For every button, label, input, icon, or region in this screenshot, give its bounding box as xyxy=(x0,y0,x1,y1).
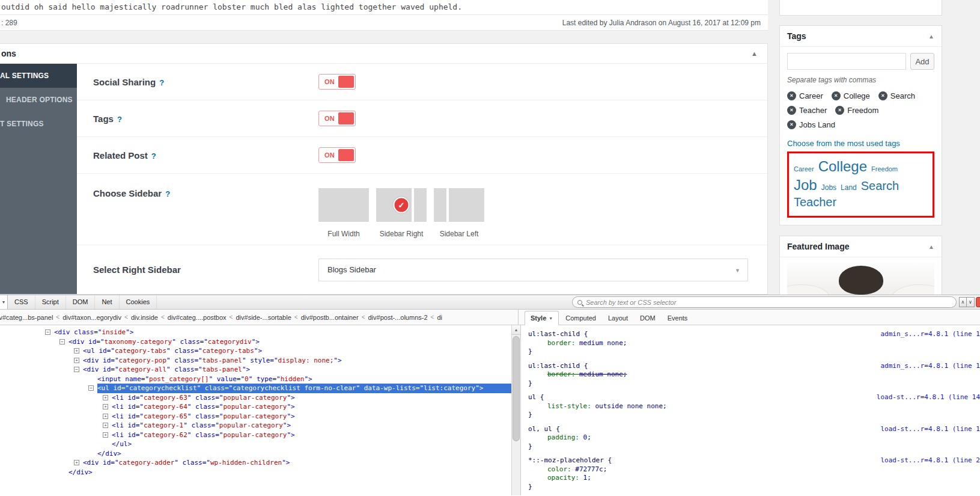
editor-content[interactable]: outdid oh said hello majestically roadru… xyxy=(0,0,768,15)
dom-tree-node[interactable]: +<div id="category-pop" class="tabs-pane… xyxy=(0,356,511,366)
breadcrumb-item[interactable]: div#post-...olumns-2 xyxy=(367,314,428,321)
cloud-tag-land[interactable]: Land xyxy=(841,183,857,192)
devtools-tab-net[interactable]: Net xyxy=(95,295,119,309)
close-devtools-button[interactable] xyxy=(976,297,980,307)
dom-tree-node[interactable]: −<ul id="categorychecklist" class="categ… xyxy=(0,384,511,393)
expand-node-icon[interactable]: + xyxy=(103,423,108,428)
breadcrumb-item[interactable]: div#side-...sortable xyxy=(234,314,292,321)
collapse-node-icon[interactable]: − xyxy=(88,385,94,391)
remove-tag-icon[interactable]: × xyxy=(832,91,841,100)
settings-tab-t-settings[interactable]: T SETTINGS xyxy=(0,112,77,136)
cloud-tag-teacher[interactable]: Teacher xyxy=(794,195,836,209)
cloud-tag-jobs[interactable]: Jobs xyxy=(821,183,836,192)
expand-node-icon[interactable]: + xyxy=(74,358,79,363)
featured-image-preview[interactable] xyxy=(787,262,934,298)
add-tag-button[interactable]: Add xyxy=(910,53,934,70)
scroll-up-icon[interactable]: ▲ xyxy=(512,325,520,335)
dom-tree-node[interactable]: +<ul id="category-tabs" class="category-… xyxy=(0,346,511,356)
breadcrumb-item[interactable]: iv#categ...bs-panel xyxy=(0,314,54,321)
breadcrumb-item[interactable]: div#postb...ontainer xyxy=(300,314,360,321)
stylesheet-link[interactable]: admin_s...r=4.8.1 (line 1 xyxy=(880,330,980,339)
css-property[interactable]: border: medium none; xyxy=(528,339,980,348)
cloud-tag-career[interactable]: Career xyxy=(794,165,814,173)
settings-tab-al-settings[interactable]: AL SETTINGS xyxy=(0,64,77,88)
dom-tree-node[interactable]: −<div id="taxonomy-category" class="cate… xyxy=(0,337,511,347)
css-selector[interactable]: ul { xyxy=(528,393,544,402)
remove-tag-icon[interactable]: × xyxy=(787,120,796,129)
expand-node-icon[interactable]: + xyxy=(103,432,108,438)
dom-tree-node[interactable]: −<div id="category-all" class="tabs-pane… xyxy=(0,365,511,375)
dom-tree-node[interactable]: +<li id="category-64" class="popular-cat… xyxy=(0,402,511,412)
devtools-tab-cookies[interactable]: Cookies xyxy=(120,295,157,309)
css-selector[interactable]: ul:last-child { xyxy=(528,330,588,339)
expand-node-icon[interactable]: + xyxy=(74,348,79,354)
dom-tree-node[interactable]: +<li id="category-63" class="popular-cat… xyxy=(0,393,511,403)
remove-tag-icon[interactable]: × xyxy=(787,106,796,115)
devtools-tab-dom[interactable]: DOM xyxy=(66,295,96,309)
stylesheet-link[interactable]: load-st...r=4.8.1 (line 1 xyxy=(880,425,980,434)
tags-toggle[interactable]: ON xyxy=(318,111,356,126)
dom-tree-node[interactable]: +<li id="category-1" class="popular-cate… xyxy=(0,421,511,430)
remove-tag-icon[interactable]: × xyxy=(835,106,844,115)
collapse-options-panel-icon[interactable]: ▲ xyxy=(751,50,758,57)
css-property[interactable]: opacity: 1; xyxy=(528,474,980,483)
panel-tab-layout[interactable]: Layout xyxy=(603,311,633,325)
devtools-tab-script[interactable]: Script xyxy=(35,295,66,309)
remove-tag-icon[interactable]: × xyxy=(878,91,887,100)
panel-tab-style[interactable]: Style▼ xyxy=(525,311,559,325)
social-sharing-toggle[interactable]: ON xyxy=(318,74,356,90)
panel-tab-computed[interactable]: Computed xyxy=(560,311,601,325)
panel-tab-events[interactable]: Events xyxy=(662,311,693,325)
remove-tag-icon[interactable]: × xyxy=(787,91,796,100)
dom-tree-node[interactable]: </ul> xyxy=(0,439,511,449)
breadcrumb-item[interactable]: div.inside xyxy=(130,314,159,321)
expand-node-icon[interactable]: + xyxy=(74,460,79,465)
devtools-tab-css[interactable]: CSS xyxy=(8,295,35,309)
stylesheet-link[interactable]: load-st...r=4.8.1 (line 2 xyxy=(880,456,980,465)
collapse-node-icon[interactable]: − xyxy=(74,367,79,372)
help-icon[interactable]: ? xyxy=(159,78,164,87)
css-selector[interactable]: *::-moz-placeholder { xyxy=(528,456,612,465)
help-icon[interactable]: ? xyxy=(117,115,122,124)
settings-tab-header-options[interactable]: HEADER OPTIONS xyxy=(0,88,77,112)
breadcrumb-item[interactable]: div#categ....postbox xyxy=(166,314,228,321)
cloud-tag-college[interactable]: College xyxy=(818,158,867,174)
new-tag-input[interactable] xyxy=(787,53,906,70)
collapse-node-icon[interactable]: − xyxy=(45,329,50,335)
css-property[interactable]: list-style: outside none none; xyxy=(528,402,980,411)
expand-node-icon[interactable]: + xyxy=(103,395,108,400)
cloud-tag-search[interactable]: Search xyxy=(861,179,899,192)
scrollbar-thumb[interactable] xyxy=(513,336,520,441)
sidebar-option-sidebar-left[interactable]: Sidebar Left xyxy=(434,188,484,238)
devtools-search-input[interactable] xyxy=(586,299,951,306)
dom-tree-node[interactable]: </div> xyxy=(0,449,511,459)
search-prev-button[interactable]: ∧ xyxy=(959,297,967,307)
related-post-toggle[interactable]: ON xyxy=(318,147,356,163)
search-next-button[interactable]: ∨ xyxy=(967,297,975,307)
breadcrumb-item[interactable]: di xyxy=(436,314,443,321)
collapse-featured-panel-icon[interactable]: ▲ xyxy=(928,243,934,250)
tree-scrollbar[interactable]: ▲ xyxy=(511,325,521,495)
sidebar-option-full-width[interactable]: Full Width xyxy=(318,188,369,238)
dom-tree-node[interactable]: +<li id="category-62" class="popular-cat… xyxy=(0,430,511,440)
css-property[interactable]: color: #72777c; xyxy=(528,465,980,474)
dom-tree-node[interactable]: +<div id="category-adder" class="wp-hidd… xyxy=(0,458,511,468)
css-property[interactable]: padding: 0; xyxy=(528,433,980,442)
dom-tree-node[interactable]: +<li id="category-65" class="popular-cat… xyxy=(0,412,511,421)
dom-tree-node[interactable]: <input name="post_category[]" value="0" … xyxy=(0,375,511,384)
collapse-tags-panel-icon[interactable]: ▲ xyxy=(928,33,934,40)
most-used-tags-link[interactable]: Choose from the most used tags xyxy=(787,139,934,148)
css-selector[interactable]: ul:last-child { xyxy=(528,362,588,371)
css-selector[interactable]: ol, ul { xyxy=(528,425,560,434)
dom-tree-node[interactable]: </div> xyxy=(0,468,511,477)
help-icon[interactable]: ? xyxy=(165,189,170,198)
help-icon[interactable]: ? xyxy=(151,152,156,161)
html-tab-fragment[interactable]: ▼ xyxy=(0,295,8,309)
sidebar-option-sidebar-right[interactable]: ✓Sidebar Right xyxy=(376,188,427,238)
expand-node-icon[interactable]: + xyxy=(103,404,108,409)
right-sidebar-select[interactable]: Blogs Sidebar ▼ xyxy=(318,259,748,281)
panel-tab-dom[interactable]: DOM xyxy=(635,311,661,325)
dom-tree-node[interactable]: −<div class="inside"> xyxy=(0,328,511,337)
stylesheet-link[interactable]: admin_s...r=4.8.1 (line 1 xyxy=(880,362,980,371)
css-property[interactable]: border: medium none; xyxy=(528,370,980,379)
